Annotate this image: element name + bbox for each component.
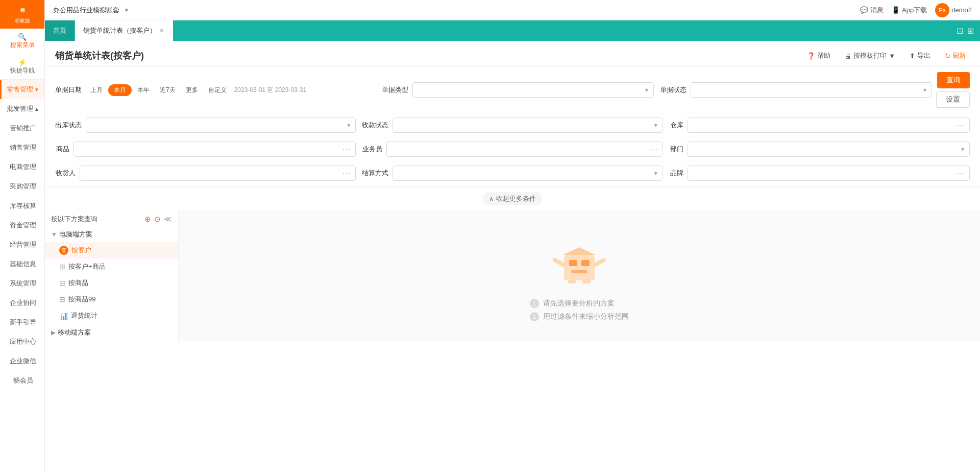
app-download-btn[interactable]: 📱 App下载 [892, 6, 927, 15]
scheme-item-by-customer[interactable]: 客 按客户 [45, 242, 178, 258]
date-last-7days[interactable]: 近7天 [155, 84, 180, 96]
settings-btn[interactable]: 设置 [936, 91, 970, 108]
sidebar-item-finance[interactable]: 资金管理 [0, 216, 44, 235]
svg-rect-9 [582, 279, 591, 284]
pay-status-select[interactable]: ▼ [393, 117, 663, 133]
sidebar-search-btn[interactable]: 🔍 搜索菜单 [0, 29, 44, 54]
tab-sales-stat[interactable]: 销货单统计表（按客户） ✕ [75, 20, 173, 41]
sidebar-item-ecommerce[interactable]: 电商管理 [0, 157, 44, 177]
print-dropdown-icon: ▼ [889, 52, 895, 60]
scheme-item-by-goods[interactable]: ⊟ 按商品 [45, 275, 178, 291]
sidebar-item-marketing[interactable]: 营销推广 [0, 119, 44, 138]
date-more[interactable]: 更多 [181, 84, 203, 96]
payment-filter: 结算方式 ▼ [362, 166, 663, 181]
scheme-item-by-goods-99[interactable]: ⊟ 按商品99 [45, 291, 178, 308]
help-icon: ❓ [807, 52, 815, 60]
payment-select[interactable]: ▼ [393, 166, 663, 181]
svg-rect-3 [569, 260, 577, 266]
goods-select[interactable]: ··· [74, 141, 356, 157]
help-btn[interactable]: ❓ 帮助 [803, 49, 835, 62]
returns-stat-label: 退货统计 [71, 311, 97, 320]
dept-select[interactable]: ▼ [688, 141, 970, 157]
edit-scheme-btn[interactable]: ⊙ [154, 215, 161, 224]
warehouse-select[interactable]: ··· [688, 117, 970, 133]
body-area: 按以下方案查询 ⊕ ⊙ ≪ ▼ 电脑端方案 客 按客户 [45, 209, 980, 341]
staff-select[interactable]: ··· [386, 141, 663, 157]
refresh-btn[interactable]: ↻ 刷新 [941, 49, 970, 62]
filter-row-2: 出库状态 ▼ 收款状态 ▼ 仓库 ··· [45, 113, 980, 137]
query-btn[interactable]: 查询 [937, 72, 970, 88]
date-filter: 单据日期 上月 本月 本年 近7天 更多 自定义 2023-03-01 至 20… [55, 84, 382, 96]
status-filter: 单据状态 ▼ [660, 82, 932, 98]
sidebar-item-base[interactable]: 基础信息 [0, 254, 44, 274]
scheme-item-returns-stat[interactable]: 📊 退货统计 [45, 308, 178, 324]
svg-text:畅: 畅 [20, 8, 24, 13]
date-label: 单据日期 [55, 85, 82, 95]
message-btn[interactable]: 💬 消息 [860, 6, 884, 15]
by-goods-label: 按商品 [68, 278, 88, 288]
out-status-dropdown-icon: ▼ [346, 123, 351, 128]
returns-stat-icon: 📊 [59, 312, 68, 320]
minimize-window-icon[interactable]: ⊡ [957, 26, 963, 36]
collapse-panel-btn[interactable]: ≪ [164, 215, 172, 224]
sidebar-item-inventory[interactable]: 库存核算 [0, 196, 44, 216]
dept-dropdown-icon: ▼ [960, 147, 965, 152]
sidebar-item-cooperation[interactable]: 企业协同 [0, 293, 44, 313]
empty-tip-1: 1 请先选择要分析的方案 [530, 299, 629, 308]
scheme-group-mobile: ▶ 移动端方案 [45, 325, 178, 340]
goods-label: 商品 [55, 145, 69, 154]
sidebar-logo-text: 标账版 [15, 17, 30, 25]
app-download-label: App下载 [902, 6, 927, 15]
left-panel: 按以下方案查询 ⊕ ⊙ ≪ ▼ 电脑端方案 客 按客户 [45, 209, 179, 341]
by-customer-goods-icon: ⊞ [59, 263, 65, 271]
date-custom[interactable]: 自定义 [204, 84, 231, 96]
topbar-title: 办公用品行业模拟账套 [53, 6, 119, 15]
sidebar-item-member[interactable]: 畅会员 [0, 371, 44, 390]
message-icon: 💬 [860, 6, 868, 14]
tab-sales-stat-label: 销货单统计表（按客户） [83, 26, 156, 35]
sidebar-item-appcenter[interactable]: 应用中心 [0, 332, 44, 351]
add-scheme-btn[interactable]: ⊕ [144, 215, 151, 224]
filter-row-1: 单据日期 上月 本月 本年 近7天 更多 自定义 2023-03-01 至 20… [45, 67, 980, 113]
receiver-label: 收货人 [55, 169, 76, 178]
sidebar-item-retail[interactable]: 零售管理 ▼ [0, 80, 44, 99]
date-this-year[interactable]: 本年 [133, 84, 154, 96]
sidebar-item-wholesale[interactable]: 批发管理 ▲ [0, 99, 44, 119]
out-status-select[interactable]: ▼ [86, 117, 356, 133]
receiver-dots-icon: ··· [342, 169, 352, 177]
sidebar-item-sales[interactable]: 销售管理 [0, 138, 44, 157]
receiver-select[interactable]: ··· [80, 166, 356, 181]
svg-rect-5 [571, 270, 587, 273]
scheme-group-desktop-header[interactable]: ▼ 电脑端方案 [45, 227, 178, 242]
export-btn[interactable]: ⬆ 导出 [905, 49, 935, 62]
maximize-window-icon[interactable]: ⊞ [967, 26, 974, 36]
sidebar-item-newbie[interactable]: 新手引导 [0, 313, 44, 332]
sidebar-quick-nav[interactable]: ⚡ 快捷导航 [0, 54, 44, 80]
sidebar-item-wechat[interactable]: 企业微信 [0, 351, 44, 371]
sidebar-item-operations[interactable]: 经营管理 [0, 235, 44, 254]
empty-state: 1 请先选择要分析的方案 2 用过滤条件来缩小分析范围 [530, 229, 629, 321]
collapse-btn[interactable]: ∧ 收起更多条件 [483, 192, 542, 205]
date-this-month[interactable]: 本月 [108, 84, 132, 96]
type-select[interactable]: ▼ [412, 82, 654, 98]
sidebar-logo: 畅 标账版 [0, 0, 44, 29]
right-content: 1 请先选择要分析的方案 2 用过滤条件来缩小分析范围 [179, 209, 980, 341]
content-area: 销货单统计表(按客户) ❓ 帮助 🖨 按模板打印 ▼ ⬆ 导出 ↻ 刷新 [45, 41, 980, 472]
tip-text-2: 用过滤条件来缩小分析范围 [543, 312, 629, 321]
sidebar-item-system[interactable]: 系统管理 [0, 274, 44, 293]
brand-select[interactable]: ··· [688, 166, 970, 181]
scheme-item-by-customer-goods[interactable]: ⊞ 按客户+商品 [45, 258, 178, 275]
left-panel-actions: ⊕ ⊙ ≪ [144, 215, 172, 224]
topbar-arrow-icon: ▼ [124, 7, 130, 14]
scheme-group-mobile-header[interactable]: ▶ 移动端方案 [45, 325, 178, 340]
status-select[interactable]: ▼ [691, 82, 932, 98]
date-last-month[interactable]: 上月 [86, 84, 107, 96]
tabbar: 首页 销货单统计表（按客户） ✕ ⊡ ⊞ [45, 20, 980, 41]
tab-home[interactable]: 首页 [45, 20, 75, 41]
user-profile-btn[interactable]: Ea demo2 [935, 3, 972, 17]
date-options: 上月 本月 本年 近7天 更多 自定义 2023-03-01 至 2023-03… [86, 84, 306, 96]
print-btn[interactable]: 🖨 按模板打印 ▼ [841, 49, 899, 62]
tab-close-icon[interactable]: ✕ [159, 27, 164, 34]
sidebar-item-purchase[interactable]: 采购管理 [0, 177, 44, 196]
collapse-up-icon: ∧ [489, 195, 494, 203]
